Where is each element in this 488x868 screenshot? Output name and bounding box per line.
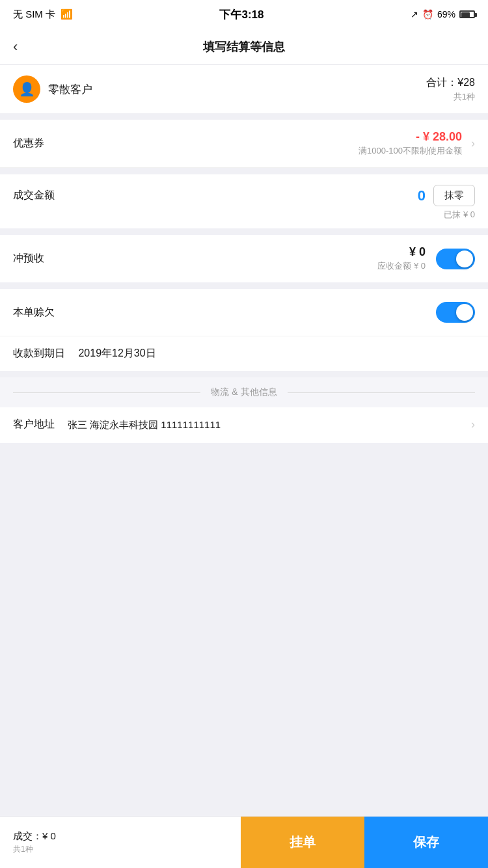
coupon-section[interactable]: 优惠券 - ¥ 28.00 满1000-100不限制使用金额 › <box>0 120 488 168</box>
avatar-icon: 👤 <box>19 81 35 97</box>
customer-name: 零散客户 <box>48 82 92 97</box>
alarm-icon: ⏰ <box>422 9 433 20</box>
deal-amount-row: 成交金额 0 抹零 <box>13 185 475 206</box>
chevron-right-icon: › <box>471 137 475 150</box>
page-title: 填写结算等信息 <box>203 39 285 55</box>
coupon-sub: 满1000-100不限制使用金额 <box>359 145 462 157</box>
address-value: 张三 海淀永丰科技园 11111111111 <box>68 418 468 433</box>
content: 👤 零散客户 合计：¥28 共1种 优惠券 - ¥ 28.00 满1000-10… <box>0 65 488 645</box>
customer-right: 合计：¥28 共1种 <box>426 76 475 103</box>
address-row[interactable]: 客户地址 张三 海淀永丰科技园 11111111111 › <box>0 407 488 443</box>
customer-count: 共1种 <box>426 91 475 103</box>
address-section[interactable]: 客户地址 张三 海淀永丰科技园 11111111111 › <box>0 407 488 443</box>
bottom-deal-amount: ¥ 0 <box>42 830 56 841</box>
advance-label: 冲预收 <box>13 252 44 265</box>
divider-line-left <box>13 392 200 393</box>
battery-icon <box>459 10 475 18</box>
status-time: 下午3:18 <box>219 7 264 22</box>
status-bar: 无 SIM 卡 📶 下午3:18 ↗ ⏰ 69% <box>0 0 488 29</box>
bottom-bar: 成交：¥ 0 共1种 挂单 保存 <box>0 816 488 868</box>
logistics-label: 物流 & 其他信息 <box>200 387 287 398</box>
status-left: 无 SIM 卡 📶 <box>13 8 73 21</box>
hang-order-button[interactable]: 挂单 <box>241 817 364 869</box>
gray-filler <box>0 450 488 580</box>
avatar: 👤 <box>13 75 40 103</box>
coupon-label: 优惠券 <box>13 137 44 150</box>
deal-amount-value: 0 <box>418 187 426 204</box>
debt-toggle-knob <box>456 304 473 321</box>
deal-amount-right: 0 抹零 <box>418 185 475 206</box>
debt-toggle[interactable] <box>436 302 475 323</box>
advance-sub: 应收金额 ¥ 0 <box>377 260 426 272</box>
hang-order-label: 挂单 <box>290 834 316 851</box>
debt-row: 本单赊欠 <box>0 289 488 336</box>
customer-total: 合计：¥28 <box>426 76 475 90</box>
address-label: 客户地址 <box>13 418 55 431</box>
debt-label: 本单赊欠 <box>13 306 55 319</box>
coupon-row[interactable]: 优惠券 - ¥ 28.00 满1000-100不限制使用金额 › <box>0 120 488 168</box>
customer-row: 👤 零散客户 合计：¥28 共1种 <box>0 65 488 113</box>
due-date-row: 收款到期日 2019年12月30日 <box>0 336 488 371</box>
bottom-count: 共1种 <box>13 844 228 855</box>
save-button[interactable]: 保存 <box>364 817 488 869</box>
advance-right: ¥ 0 应收金额 ¥ 0 <box>377 245 426 272</box>
bottom-info: 成交：¥ 0 共1种 <box>0 830 241 855</box>
customer-left: 👤 零散客户 <box>13 75 92 103</box>
status-right: ↗ ⏰ 69% <box>411 9 475 20</box>
wifi-icon: 📶 <box>61 8 73 20</box>
divider-line-right <box>288 392 475 393</box>
deal-amount-section: 成交金额 0 抹零 已抹 ¥ 0 <box>0 174 488 228</box>
coupon-right: - ¥ 28.00 满1000-100不限制使用金额 › <box>359 130 475 157</box>
debt-section: 本单赊欠 收款到期日 2019年12月30日 <box>0 289 488 371</box>
bottom-deal-text: 成交： <box>13 830 42 841</box>
advance-amount: ¥ 0 <box>377 245 426 259</box>
due-date-label: 收款到期日 <box>13 347 65 359</box>
address-chevron-icon: › <box>471 418 475 431</box>
coupon-amount: - ¥ 28.00 <box>359 130 462 144</box>
round-zero-button[interactable]: 抹零 <box>433 185 475 206</box>
location-icon: ↗ <box>411 9 418 20</box>
customer-section: 👤 零散客户 合计：¥28 共1种 <box>0 65 488 113</box>
total-label: 合计： <box>426 77 457 88</box>
save-label: 保存 <box>413 834 439 851</box>
toggle-knob <box>456 251 473 267</box>
nav-bar: ‹ 填写结算等信息 <box>0 29 488 65</box>
deal-amount-sub: 已抹 ¥ 0 <box>13 209 475 221</box>
back-button[interactable]: ‹ <box>13 38 18 55</box>
due-date-value: 2019年12月30日 <box>78 347 156 359</box>
logistics-divider: 物流 & 其他信息 <box>0 377 488 407</box>
bottom-deal-label: 成交：¥ 0 <box>13 830 228 843</box>
advance-toggle[interactable] <box>436 249 475 269</box>
signal-text: 无 SIM 卡 <box>13 8 55 21</box>
deal-amount-label: 成交金额 <box>13 189 55 202</box>
advance-section: 冲预收 ¥ 0 应收金额 ¥ 0 <box>0 235 488 282</box>
battery-text: 69% <box>437 9 455 20</box>
total-amount: ¥28 <box>457 77 475 88</box>
